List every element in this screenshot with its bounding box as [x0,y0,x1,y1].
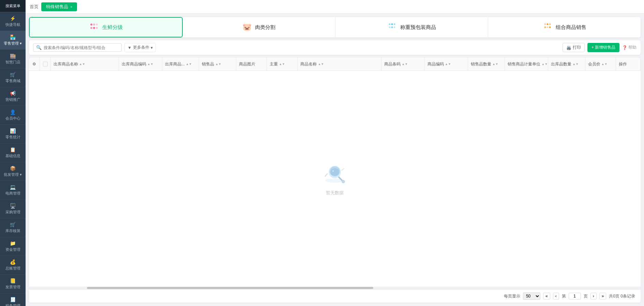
sidebar-item-invoice[interactable]: 🧾 税务管理 [0,293,26,306]
sidebar-item-ecom-mgmt[interactable]: 🖥️ 采购管理 [0,200,26,218]
search-input[interactable] [44,45,119,50]
th-out-goods-name[interactable]: 出库商品名称 ▲▼ [51,58,119,71]
page-size-select[interactable]: 50 10 20 100 [523,292,540,300]
retail-mall-icon: 🛒 [10,72,16,77]
sidebar-item-smart-store[interactable]: 🏬 智慧门店 [0,50,26,68]
th-label: 出库商品... [165,61,185,67]
page-size-label: 每页显示 [504,293,520,299]
th-sale-goods[interactable]: 销售品 ▲▼ [199,58,236,71]
th-label: 会员价 [588,61,600,67]
sidebar-item-wholesale[interactable]: 📦 批发管理 ▾ [0,162,26,181]
add-label: + 新增销售品 [591,45,615,50]
th-sale-qty[interactable]: 销售品数量 ▲▼ [468,58,505,71]
th-label: 销售品 [202,61,214,67]
print-icon: 🖨️ [566,45,571,50]
sidebar-item-label: 资金管理 [5,247,20,252]
svg-point-5 [96,27,98,29]
category-tabs: 生鲜分级 🐷 肉类分割 称重预包装商品 [29,17,641,37]
svg-point-9 [389,27,391,28]
sidebar-item-inventory[interactable]: 📁 资金管理 [0,237,26,256]
svg-point-2 [96,24,98,26]
next-page-button[interactable]: › [590,293,597,300]
weight-pack-icon [387,22,397,32]
svg-point-15 [544,27,546,28]
th-label: 商品名称 [300,61,317,67]
select-all-checkbox[interactable] [43,62,48,66]
sidebar-item-label: 零售商城 [5,78,20,83]
search-box[interactable]: 🔍 [33,43,122,52]
th-goods-barcode[interactable]: 商品条码 ▲▼ [381,58,425,71]
cat-tab-combo-sale-label: 组合商品销售 [556,24,586,31]
close-tab-icon[interactable]: × [70,5,72,9]
sidebar-item-purchase[interactable]: 🛒 库存核算 [0,218,26,237]
svg-point-17 [549,27,551,28]
th-goods-img[interactable]: 商品图片 [236,58,267,71]
quick-nav-icon: ⚡ [10,16,16,21]
sidebar-item-label: 发票管理 [5,285,20,290]
svg-line-24 [342,169,344,170]
cat-tab-combo-sale[interactable]: 组合商品销售 [488,17,641,37]
scrollbar-thumb[interactable] [87,287,373,289]
th-label: 商品图片 [239,61,255,67]
sidebar-item-label: 智慧门店 [5,60,20,65]
main-area: 首页 特殊销售品 × 生鲜 [26,0,644,306]
last-page-button[interactable]: » [599,293,606,300]
th-label: 主重 [270,61,278,67]
horizontal-scrollbar[interactable] [29,287,641,289]
sidebar-item-retail-mgmt[interactable]: 🏪 零售管理 ▾ [0,31,26,50]
svg-point-3 [90,27,92,29]
th-check[interactable] [40,58,51,71]
sidebar-item-label: 批发管理 ▾ [4,172,22,177]
first-page-button[interactable]: « [543,293,550,300]
help-button[interactable]: ❓ 帮助 [622,45,636,50]
th-goods-code[interactable]: 商品编码 ▲▼ [425,58,468,71]
th-sale-unit[interactable]: 销售商品计量单位 ▲▼ [505,58,548,71]
th-main-weight[interactable]: 主重 ▲▼ [267,58,298,71]
th-operation: 操作 [616,58,641,71]
sidebar-item-mini-ecom[interactable]: 💻 电商管理 [0,181,26,200]
print-button[interactable]: 🖨️ 打印 [563,43,585,52]
th-out-goods-code[interactable]: 出库商品编码 ▲▼ [119,58,162,71]
sort-icon: ▲▼ [541,63,548,66]
sidebar-item-label: 电商管理 [5,191,20,196]
sidebar-item-finance[interactable]: 💰 总账管理 [0,256,26,275]
th-out-spec[interactable]: 出库商品... ▲▼ [162,58,199,71]
prev-page-button[interactable]: ‹ [553,293,559,300]
sidebar: 搜索菜单 ⚡ 快捷导航 🏪 零售管理 ▾ 🏬 智慧门店 🛒 零售商城 📢 营销推… [0,0,26,306]
combo-sale-icon [543,22,552,32]
marketing-icon: 📢 [10,91,16,96]
help-icon: ❓ [622,45,627,50]
page-number-input[interactable] [569,293,581,300]
top-bar: 首页 特殊销售品 × [26,0,644,14]
sidebar-item-ledger[interactable]: 📒 发票管理 [0,275,26,293]
cat-tab-meat-cut[interactable]: 🐷 肉类分割 [183,17,335,37]
inventory-icon: 📁 [10,241,16,246]
cat-tab-weight-pack[interactable]: 称重预包装商品 [335,17,488,37]
basic-info-icon: 📋 [10,147,16,152]
th-member-price[interactable]: 会员价 ▲▼ [585,58,616,71]
sidebar-item-label: 税务管理 [5,303,20,306]
svg-point-11 [394,27,395,28]
filter-arrow-icon: ▾ [151,45,153,50]
sidebar-item-retail-stats[interactable]: 📊 零售统计 [0,125,26,143]
sidebar-logo[interactable]: 搜索菜单 [0,0,26,12]
cat-tab-fresh-grade[interactable]: 生鲜分级 [29,17,183,37]
breadcrumb[interactable]: 首页 [30,4,39,10]
add-sale-goods-button[interactable]: + 新增销售品 [587,43,619,52]
active-tab[interactable]: 特殊销售品 × [41,2,77,11]
sidebar-item-quick-nav[interactable]: ⚡ 快捷导航 [0,12,26,31]
sidebar-item-retail-mall[interactable]: 🛒 零售商城 [0,68,26,87]
sidebar-item-member[interactable]: 👤 会员中心 [0,106,26,125]
sort-icon: ▲▼ [147,63,153,66]
filter-button[interactable]: ▼ 更多条件 ▾ [124,43,156,52]
sort-icon: ▲▼ [492,63,498,66]
sort-icon: ▲▼ [186,63,192,66]
th-gear[interactable]: ⚙ [29,58,40,71]
th-out-qty[interactable]: 出库品数量 ▲▼ [548,58,585,71]
th-goods-name[interactable]: 商品名称 ▲▼ [298,58,381,71]
sidebar-item-basic-info[interactable]: 📋 基础信息 [0,143,26,162]
page-word: 第 [562,293,566,299]
svg-point-13 [546,24,548,25]
total-label: 共0页 0条记录 [609,293,635,299]
sidebar-item-marketing[interactable]: 📢 营销推广 [0,87,26,106]
